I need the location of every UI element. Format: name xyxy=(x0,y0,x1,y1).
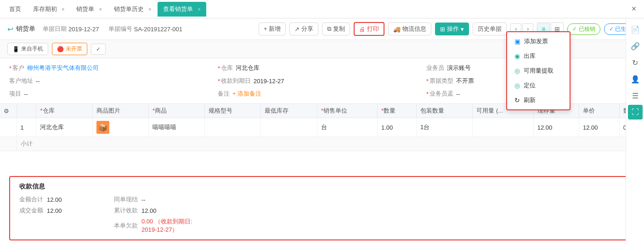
not-opened-button[interactable]: 🔴 未开票 xyxy=(52,43,87,55)
sidebar-list-icon[interactable]: ☰ xyxy=(628,88,643,103)
share-icon: ↗ xyxy=(294,26,299,33)
salesperson2-value: -- xyxy=(456,91,460,97)
th-min-stock: 最低库存 xyxy=(261,104,317,118)
copy-button[interactable]: ⧉ 复制 xyxy=(322,23,350,35)
available-qty-icon: ◎ xyxy=(514,67,520,74)
doc-title: ↩ 销货单 xyxy=(7,25,35,34)
th-price: 单价 xyxy=(579,104,620,118)
ticket-type-label: 票据类型 xyxy=(429,77,453,85)
tab-sales-history-label: 销货单历史 xyxy=(114,5,144,13)
address-value: -- xyxy=(36,78,40,85)
logistics-button[interactable]: 🚚 物流信息 xyxy=(388,23,431,35)
confirm-icon: ✓ xyxy=(96,46,101,52)
th-product: *商品 xyxy=(148,104,204,118)
new-button[interactable]: + 新增 xyxy=(259,23,286,35)
tab-sales[interactable]: 销货单 × xyxy=(71,2,107,17)
dropdown-outbound[interactable]: ◉ 出库 xyxy=(507,49,570,63)
salesperson-label: 业务员 xyxy=(426,64,444,72)
add-invoice-icon: ▣ xyxy=(514,38,520,45)
doc-number-value: SA-20191227-001 xyxy=(134,26,183,33)
tab-view-sales-close[interactable]: × xyxy=(198,6,200,12)
tab-inventory-label: 库存期初 xyxy=(33,5,57,13)
tab-sales-history[interactable]: 销货单历史 × xyxy=(108,2,157,17)
dropdown-available-qty[interactable]: ◎ 可用量提取 xyxy=(507,63,570,78)
payment-title: 收款信息 xyxy=(19,182,625,191)
payment-info-box: 收款信息 金额合计 12.00 同单现结 -- 成交金额 12.00 累计收款 … xyxy=(9,176,635,240)
table-wrapper: ⚙ *仓库 商品图片 *商品 规格型号 最低库存 *销售单位 *数量 包装数量 … xyxy=(0,103,644,171)
th-warehouse: *仓库 xyxy=(36,104,92,118)
tab-home[interactable]: 首页 xyxy=(4,2,27,17)
payment-deal-amount-row: 成交金额 12.00 xyxy=(19,206,111,215)
dropdown-refresh[interactable]: ↻ 刷新 xyxy=(507,93,570,108)
doc-date-value: 2019-12-27 xyxy=(68,26,99,33)
payment-deal-amount-value: 12.00 xyxy=(47,207,62,214)
td-spec xyxy=(205,118,261,137)
doc-type-label: 销货单 xyxy=(16,25,35,33)
sidebar-link-icon[interactable]: 🔗 xyxy=(628,39,643,53)
sidebar-user-icon[interactable]: 👤 xyxy=(628,72,643,86)
warehouse-value: 河北仓库 xyxy=(236,64,260,72)
td-seq: 1 xyxy=(17,118,36,137)
print-button[interactable]: 🖨 打印 xyxy=(354,22,384,36)
logistics-icon: 🚚 xyxy=(393,26,401,33)
outbound-icon: ◉ xyxy=(514,52,520,60)
payment-date-label: 收款到期日 xyxy=(221,77,251,85)
tab-sales-close[interactable]: × xyxy=(99,6,102,12)
th-pack-qty: 包装数量 xyxy=(417,104,473,118)
doc-type-icon: ↩ xyxy=(7,25,13,34)
tab-inventory-close[interactable]: × xyxy=(62,6,64,12)
sidebar-expand-icon[interactable]: ⛶ xyxy=(628,105,643,120)
status-badge-yihexiao: ✓ 已核销 xyxy=(567,23,600,35)
toolbar-right: + 新增 ↗ 分享 ⧉ 复制 🖨 打印 🚚 物流信息 ⊞ 操作 ▾ xyxy=(259,22,637,36)
from-phone-button[interactable]: 📱 来自手机 xyxy=(7,43,48,55)
table-subtotal-row: 小计 xyxy=(0,137,644,151)
sidebar-doc-icon[interactable]: 📄 xyxy=(628,22,643,37)
customer-value[interactable]: 柳州粤港平安气体有限公司 xyxy=(27,64,99,72)
payment-grid: 金额合计 12.00 同单现结 -- 成交金额 12.00 累计收款 12.00… xyxy=(19,195,625,234)
td-image: 📦 xyxy=(92,118,148,137)
payment-arrears-label: 本单欠款 xyxy=(114,222,138,230)
payment-same-order-label: 同单现结 xyxy=(114,195,138,204)
history-button[interactable]: 历史单据 xyxy=(473,23,507,35)
doc-date-field: 单据日期 2019-12-27 xyxy=(43,25,99,33)
share-button[interactable]: ↗ 分享 xyxy=(289,23,318,35)
dropdown-add-invoice[interactable]: ▣ 添加发票 xyxy=(507,34,570,49)
customer-required-mark: * xyxy=(9,65,11,72)
payment-arrears-row: 本单欠款 0.00 （收款到期日: 2019-12-27） xyxy=(114,217,206,234)
table-row: 1 河北仓库 📦 嘻嘻嘻嘻 台 1.00 1台 12.00 12.00 0. xyxy=(0,118,644,137)
remark-field: 备注 + 添加备注 xyxy=(218,90,426,98)
customer-field: * 客户 柳州粤港平安气体有限公司 xyxy=(9,64,218,72)
th-gear[interactable]: ⚙ xyxy=(0,104,17,118)
available-qty-label: 可用量提取 xyxy=(524,67,554,75)
window-close-button[interactable]: × xyxy=(627,3,640,16)
salesperson2-required-mark: * xyxy=(426,91,429,97)
tab-home-label: 首页 xyxy=(9,5,21,13)
th-qty: *数量 xyxy=(377,104,416,118)
payment-date-value: 2019-12-27 xyxy=(254,78,284,85)
doc-date-label: 单据日期 xyxy=(43,25,67,33)
confirm-button[interactable]: ✓ xyxy=(91,44,106,55)
th-image: 商品图片 xyxy=(92,104,148,118)
tab-sales-label: 销货单 xyxy=(76,5,94,13)
doc-number-field: 单据编号 SA-20191227-001 xyxy=(108,25,183,33)
operations-button[interactable]: ⊞ 操作 ▾ xyxy=(435,23,469,35)
product-table: ⚙ *仓库 商品图片 *商品 规格型号 最低库存 *销售单位 *数量 包装数量 … xyxy=(0,104,644,151)
sidebar-refresh-icon[interactable]: ↻ xyxy=(628,55,643,70)
ticket-type-value: 不开票 xyxy=(456,77,474,85)
customer-label: 客户 xyxy=(12,64,24,72)
warehouse-field: * 仓库 河北仓库 xyxy=(218,64,426,72)
tab-sales-history-close[interactable]: × xyxy=(148,6,151,12)
td-product: 嘻嘻嘻嘻 xyxy=(148,118,204,137)
tab-view-sales[interactable]: 查看销货单 × xyxy=(158,2,206,17)
td-price: 12.00 xyxy=(579,118,620,137)
payment-total-row: 金额合计 12.00 xyxy=(19,195,111,204)
th-seq xyxy=(17,104,36,118)
salesperson2-label: 业务员孟 xyxy=(429,90,453,98)
copy-icon: ⧉ xyxy=(327,25,331,33)
dropdown-locate[interactable]: ◎ 定位 xyxy=(507,78,570,93)
payment-total-label: 金额合计 xyxy=(19,195,43,204)
refresh-icon: ↻ xyxy=(514,97,520,104)
add-remark-link[interactable]: + 添加备注 xyxy=(232,90,261,98)
tab-inventory[interactable]: 库存期初 × xyxy=(28,2,70,17)
td-stock: 12.00 xyxy=(533,118,579,137)
